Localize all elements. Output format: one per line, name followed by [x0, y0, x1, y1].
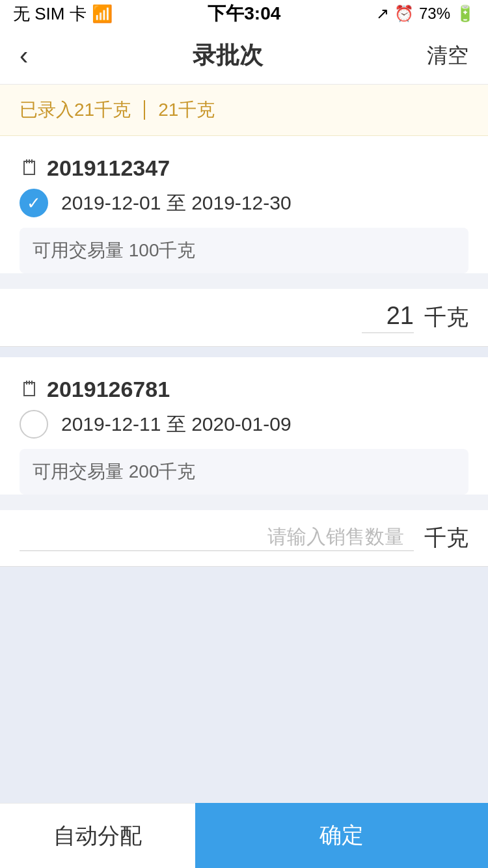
batch1-quantity-row: 21 千克	[0, 289, 488, 347]
confirm-button[interactable]: 确定	[195, 803, 488, 868]
battery-text: 73%	[419, 5, 450, 23]
batch2-quantity-input[interactable]	[20, 526, 414, 548]
total-label: 21千克	[158, 98, 215, 122]
status-bar: 无 SIM 卡 📶 下午3:04 ↗ ⏰ 73% 🔋	[0, 0, 488, 27]
batch1-date: 2019-12-01 至 2019-12-30	[61, 190, 291, 217]
clear-button[interactable]: 清空	[427, 42, 468, 70]
batch1-id-row: 🗒 2019112347	[20, 156, 468, 181]
batch2-quantity-row[interactable]: 千克	[0, 510, 488, 567]
status-right: ↗ ⏰ 73% 🔋	[376, 5, 475, 23]
back-button[interactable]: ‹	[20, 41, 28, 70]
batch1-available: 可用交易量 100千克	[20, 228, 468, 273]
batch1-icon: 🗒	[20, 156, 40, 180]
status-left: 无 SIM 卡 📶	[13, 3, 113, 25]
battery-icon: 🔋	[455, 5, 475, 23]
status-time: 下午3:04	[208, 1, 280, 26]
batch2-input-wrapper[interactable]	[20, 526, 414, 551]
recorded-label: 已录入21千克	[20, 98, 131, 122]
batch1-radio[interactable]: ✓	[20, 189, 48, 217]
location-icon: ↗	[376, 5, 389, 23]
section-divider	[0, 347, 488, 357]
info-bar: 已录入21千克 21千克	[0, 85, 488, 136]
batch1-unit: 千克	[424, 303, 468, 332]
batch2-card: 🗒 2019126781 2019-12-11 至 2020-01-09 可用交…	[0, 357, 488, 495]
auto-assign-button[interactable]: 自动分配	[0, 803, 195, 868]
batch1-card: 🗒 2019112347 ✓ 2019-12-01 至 2019-12-30 可…	[0, 136, 488, 273]
batch2-id-row: 🗒 2019126781	[20, 377, 468, 402]
info-divider	[144, 100, 145, 120]
page-title: 录批次	[193, 40, 263, 72]
nav-bar: ‹ 录批次 清空	[0, 27, 488, 85]
wifi-icon: 📶	[92, 4, 113, 24]
batch2-unit: 千克	[424, 523, 468, 553]
check-icon: ✓	[27, 193, 41, 213]
alarm-icon: ⏰	[394, 5, 414, 23]
batch2-date: 2019-12-11 至 2020-01-09	[61, 411, 291, 438]
batch2-id: 2019126781	[47, 377, 170, 402]
bottom-bar: 自动分配 确定	[0, 803, 488, 868]
batch2-available: 可用交易量 200千克	[20, 449, 468, 495]
batch1-id: 2019112347	[47, 156, 170, 181]
no-sim-text: 无 SIM 卡	[13, 3, 87, 25]
batch2-icon: 🗒	[20, 377, 40, 401]
batch1-quantity-value[interactable]: 21	[362, 302, 414, 333]
batch1-date-row[interactable]: ✓ 2019-12-01 至 2019-12-30	[20, 189, 468, 217]
batch2-radio[interactable]	[20, 410, 48, 439]
batch2-date-row[interactable]: 2019-12-11 至 2020-01-09	[20, 410, 468, 439]
